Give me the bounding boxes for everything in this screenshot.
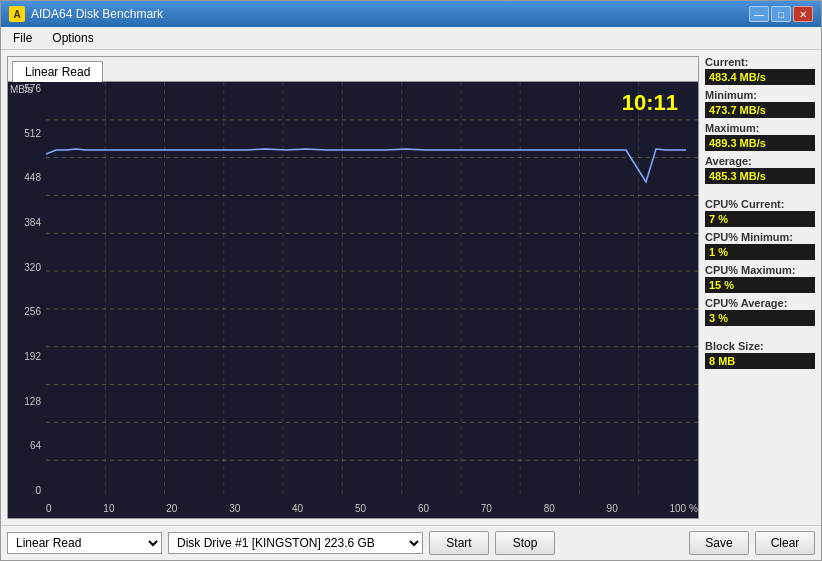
y-axis-labels: 0 64 128 192 256 320 384 448 512 576 <box>8 82 46 498</box>
y-label-576: 576 <box>10 84 44 94</box>
stat-average: Average: 485.3 MB/s <box>705 155 815 184</box>
window-controls: — □ ✕ <box>749 6 813 22</box>
x-label-30: 30 <box>229 503 240 514</box>
main-content: Linear Read MB/s 0 64 128 192 256 320 38… <box>1 50 821 525</box>
bottom-bar: Linear Read Random Read Linear Write Dis… <box>1 525 821 560</box>
x-label-40: 40 <box>292 503 303 514</box>
tab-bar: Linear Read <box>8 57 698 82</box>
chart-panel: Linear Read MB/s 0 64 128 192 256 320 38… <box>7 56 699 519</box>
cpu-minimum-value: 1 % <box>705 244 815 260</box>
block-size-value: 8 MB <box>705 353 815 369</box>
x-label-20: 20 <box>166 503 177 514</box>
app-icon: A <box>9 6 25 22</box>
y-label-512: 512 <box>10 129 44 139</box>
cpu-average-value: 3 % <box>705 310 815 326</box>
menubar: File Options <box>1 27 821 50</box>
minimum-value: 473.7 MB/s <box>705 102 815 118</box>
y-label-64: 64 <box>10 441 44 451</box>
stat-minimum: Minimum: 473.7 MB/s <box>705 89 815 118</box>
average-label: Average: <box>705 155 815 167</box>
average-value: 485.3 MB/s <box>705 168 815 184</box>
stat-current: Current: 483.4 MB/s <box>705 56 815 85</box>
current-label: Current: <box>705 56 815 68</box>
x-label-100: 100 % <box>670 503 698 514</box>
window-title: AIDA64 Disk Benchmark <box>31 7 163 21</box>
block-size-label: Block Size: <box>705 340 815 352</box>
disk-dropdown[interactable]: Disk Drive #1 [KINGSTON] 223.6 GB <box>168 532 423 554</box>
cpu-minimum-label: CPU% Minimum: <box>705 231 815 243</box>
chart-grid: 10:11 <box>46 82 698 498</box>
main-window: A AIDA64 Disk Benchmark — □ ✕ File Optio… <box>0 0 822 561</box>
stat-cpu-minimum: CPU% Minimum: 1 % <box>705 231 815 260</box>
chart-timestamp: 10:11 <box>622 90 678 116</box>
chart-area: MB/s 0 64 128 192 256 320 384 448 512 57… <box>8 82 698 518</box>
minimize-button[interactable]: — <box>749 6 769 22</box>
x-label-10: 10 <box>103 503 114 514</box>
stat-cpu-current: CPU% Current: 7 % <box>705 198 815 227</box>
stat-block-size: Block Size: 8 MB <box>705 340 815 369</box>
maximum-value: 489.3 MB/s <box>705 135 815 151</box>
cpu-maximum-value: 15 % <box>705 277 815 293</box>
x-label-80: 80 <box>544 503 555 514</box>
clear-button[interactable]: Clear <box>755 531 815 555</box>
title-bar-left: A AIDA64 Disk Benchmark <box>9 6 163 22</box>
cpu-current-label: CPU% Current: <box>705 198 815 210</box>
stat-maximum: Maximum: 489.3 MB/s <box>705 122 815 151</box>
start-button[interactable]: Start <box>429 531 489 555</box>
x-label-90: 90 <box>607 503 618 514</box>
x-label-60: 60 <box>418 503 429 514</box>
close-button[interactable]: ✕ <box>793 6 813 22</box>
menu-file[interactable]: File <box>5 29 40 47</box>
title-bar: A AIDA64 Disk Benchmark — □ ✕ <box>1 1 821 27</box>
x-label-70: 70 <box>481 503 492 514</box>
cpu-current-value: 7 % <box>705 211 815 227</box>
stat-cpu-average: CPU% Average: 3 % <box>705 297 815 326</box>
x-label-50: 50 <box>355 503 366 514</box>
maximize-button[interactable]: □ <box>771 6 791 22</box>
y-label-320: 320 <box>10 263 44 273</box>
stat-cpu-maximum: CPU% Maximum: 15 % <box>705 264 815 293</box>
x-axis-labels: 0 10 20 30 40 50 60 70 80 90 100 % <box>46 498 698 518</box>
y-label-0: 0 <box>10 486 44 496</box>
y-label-192: 192 <box>10 352 44 362</box>
tab-linear-read[interactable]: Linear Read <box>12 61 103 82</box>
y-label-256: 256 <box>10 307 44 317</box>
y-label-128: 128 <box>10 397 44 407</box>
menu-options[interactable]: Options <box>44 29 101 47</box>
minimum-label: Minimum: <box>705 89 815 101</box>
current-value: 483.4 MB/s <box>705 69 815 85</box>
stats-panel: Current: 483.4 MB/s Minimum: 473.7 MB/s … <box>705 56 815 519</box>
cpu-average-label: CPU% Average: <box>705 297 815 309</box>
mode-dropdown[interactable]: Linear Read Random Read Linear Write <box>7 532 162 554</box>
y-label-448: 448 <box>10 173 44 183</box>
y-label-384: 384 <box>10 218 44 228</box>
save-button[interactable]: Save <box>689 531 749 555</box>
stop-button[interactable]: Stop <box>495 531 555 555</box>
maximum-label: Maximum: <box>705 122 815 134</box>
x-label-0: 0 <box>46 503 52 514</box>
cpu-maximum-label: CPU% Maximum: <box>705 264 815 276</box>
